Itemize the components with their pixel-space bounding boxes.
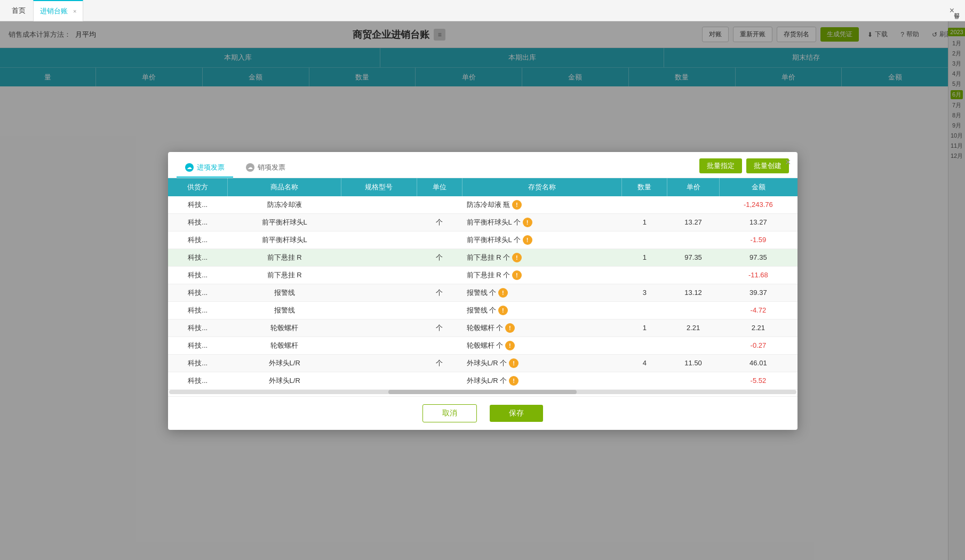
cell-price: [667, 337, 719, 354]
cell-unit: [417, 337, 462, 354]
cell-spec: [341, 213, 417, 231]
modal-table-container: 供货方 商品名称 规格型号 单位 存货名称 数量 单价 金额 科技... 防冻冷…: [168, 178, 797, 396]
cell-product: 前下悬挂 R: [228, 266, 341, 284]
warning-icon: !: [498, 306, 508, 315]
cell-product: 前下悬挂 R: [228, 249, 341, 266]
col-spec: 规格型号: [341, 178, 417, 196]
col-price: 单价: [667, 178, 719, 196]
tab-ledger[interactable]: 进销台账 ×: [33, 0, 83, 21]
cell-supplier: 科技...: [168, 319, 228, 337]
cell-supplier: 科技...: [168, 337, 228, 354]
table-row[interactable]: 科技... 防冻冷却液 防冻冷却液 瓶 ! -1,243.76: [168, 196, 797, 214]
cell-product: 轮毂螺杆: [228, 319, 341, 337]
cell-amount: 13.27: [719, 213, 797, 231]
cell-unit: [417, 231, 462, 249]
cell-spec: [341, 372, 417, 389]
cancel-button[interactable]: 取消: [422, 404, 477, 422]
col-amount: 金额: [719, 178, 797, 196]
warning-icon: !: [523, 218, 532, 227]
table-row[interactable]: 科技... 报警线 报警线 个 ! -4.72: [168, 301, 797, 319]
main-content: 销售成本计算方法： 月平均 商贸企业进销台账 ≡ 对账 重新开账 存货别名 生成…: [0, 21, 965, 560]
batch-create-button[interactable]: 批量创建: [746, 158, 789, 173]
warning-icon: !: [509, 376, 519, 386]
modal-dialog: ☁ 进项发票 ☁ 销项发票 批量指定 批量创建 × 供货: [168, 152, 797, 430]
tab-home[interactable]: 首页: [4, 0, 33, 21]
col-inventory: 存货名称: [462, 178, 622, 196]
cell-unit: 个: [417, 213, 462, 231]
cell-amount: -11.68: [719, 266, 797, 284]
cell-inventory: 前平衡杆球头L 个 !: [462, 231, 622, 249]
table-row[interactable]: 科技... 外球头L/R 外球头L/R 个 ! -5.52: [168, 372, 797, 389]
cell-spec: [341, 354, 417, 372]
cell-inventory: 轮毂螺杆 个 !: [462, 319, 622, 337]
table-row[interactable]: 科技... 前下悬挂 R 个 前下悬挂 R 个 ! 1 97.35 97.35: [168, 249, 797, 266]
cell-inventory: 前下悬挂 R 个 !: [462, 266, 622, 284]
warning-icon: !: [523, 235, 532, 245]
scrollbar-thumb[interactable]: [388, 390, 577, 394]
table-header-row: 供货方 商品名称 规格型号 单位 存货名称 数量 单价 金额: [168, 178, 797, 196]
table-row[interactable]: 科技... 外球头L/R 个 外球头L/R 个 ! 4 11.50 46.01: [168, 354, 797, 372]
cell-product: 防冻冷却液: [228, 196, 341, 214]
cell-inventory: 外球头L/R 个 !: [462, 354, 622, 372]
modal-close-button[interactable]: ×: [785, 157, 791, 167]
table-row[interactable]: 科技... 轮毂螺杆 轮毂螺杆 个 ! -0.27: [168, 337, 797, 354]
cell-qty: 4: [622, 354, 667, 372]
cell-amount: -1,243.76: [719, 196, 797, 214]
cell-supplier: 科技...: [168, 284, 228, 301]
table-row[interactable]: 科技... 前下悬挂 R 前下悬挂 R 个 ! -11.68: [168, 266, 797, 284]
cell-product: 前平衡杆球头L: [228, 231, 341, 249]
cell-price: 97.35: [667, 249, 719, 266]
cell-supplier: 科技...: [168, 354, 228, 372]
cell-product: 外球头L/R: [228, 354, 341, 372]
save-button[interactable]: 保存: [490, 405, 543, 422]
cell-spec: [341, 249, 417, 266]
cell-amount: -5.52: [719, 372, 797, 389]
cell-unit: 个: [417, 249, 462, 266]
cell-qty: [622, 231, 667, 249]
table-body: 科技... 防冻冷却液 防冻冷却液 瓶 ! -1,243.76 科技... 前平…: [168, 196, 797, 390]
cell-amount: -1.59: [719, 231, 797, 249]
cell-inventory: 外球头L/R 个 !: [462, 372, 622, 389]
col-qty: 数量: [622, 178, 667, 196]
cell-spec: [341, 196, 417, 214]
tab-sales-invoice[interactable]: ☁ 销项发票: [237, 158, 294, 178]
app-close-button[interactable]: ×: [943, 6, 961, 15]
cell-unit: 个: [417, 284, 462, 301]
table-row[interactable]: 科技... 前平衡杆球头L 个 前平衡杆球头L 个 ! 1 13.27 13.2…: [168, 213, 797, 231]
invoice-table: 供货方 商品名称 规格型号 单位 存货名称 数量 单价 金额 科技... 防冻冷…: [168, 178, 797, 390]
cell-price: [667, 372, 719, 389]
cell-unit: [417, 372, 462, 389]
table-row[interactable]: 科技... 前平衡杆球头L 前平衡杆球头L 个 ! -1.59: [168, 231, 797, 249]
cell-product: 前平衡杆球头L: [228, 213, 341, 231]
cell-price: 11.50: [667, 354, 719, 372]
warning-icon: !: [512, 200, 522, 210]
cell-spec: [341, 301, 417, 319]
table-row[interactable]: 科技... 报警线 个 报警线 个 ! 3 13.12 39.37: [168, 284, 797, 301]
cell-supplier: 科技...: [168, 266, 228, 284]
cell-product: 轮毂螺杆: [228, 337, 341, 354]
cell-price: [667, 231, 719, 249]
cell-qty: [622, 372, 667, 389]
cell-price: 13.27: [667, 213, 719, 231]
horizontal-scrollbar[interactable]: [169, 390, 796, 394]
cell-unit: [417, 301, 462, 319]
cell-inventory: 报警线 个 !: [462, 301, 622, 319]
cell-product: 报警线: [228, 301, 341, 319]
tab-close-icon[interactable]: ×: [73, 1, 76, 22]
cell-unit: 个: [417, 319, 462, 337]
cell-inventory: 轮毂螺杆 个 !: [462, 337, 622, 354]
cell-qty: [622, 196, 667, 214]
batch-assign-button[interactable]: 批量指定: [699, 158, 742, 173]
col-product: 商品名称: [228, 178, 341, 196]
cell-qty: [622, 266, 667, 284]
modal-header: ☁ 进项发票 ☁ 销项发票 批量指定 批量创建 ×: [168, 152, 797, 178]
top-bar: 首页 进销台账 × ×: [0, 0, 965, 21]
cell-qty: 3: [622, 284, 667, 301]
table-row[interactable]: 科技... 轮毂螺杆 个 轮毂螺杆 个 ! 1 2.21 2.21: [168, 319, 797, 337]
tab-purchase-invoice[interactable]: ☁ 进项发票: [177, 158, 233, 178]
cell-qty: [622, 301, 667, 319]
cell-inventory: 前平衡杆球头L 个 !: [462, 213, 622, 231]
cell-price: [667, 301, 719, 319]
warning-icon: !: [505, 323, 515, 333]
cell-qty: [622, 337, 667, 354]
